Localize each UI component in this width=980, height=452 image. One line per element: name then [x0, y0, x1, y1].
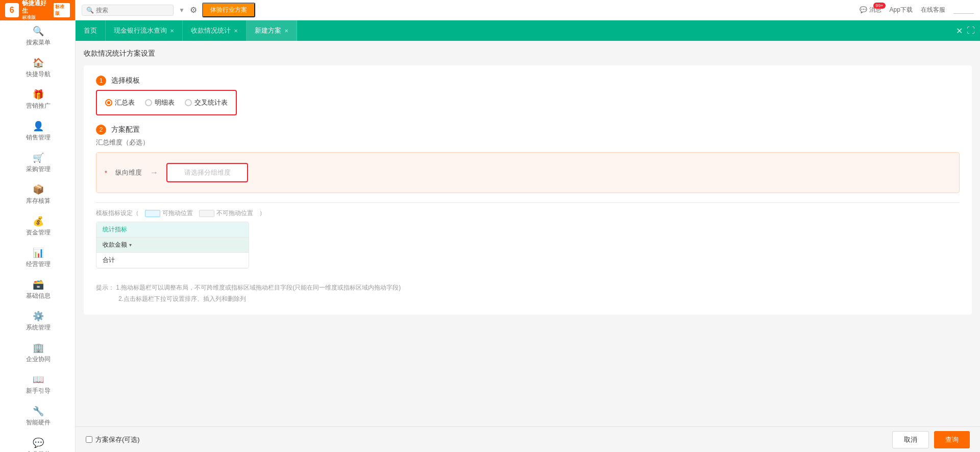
tab-expand-icon[interactable]: ⛶	[967, 26, 975, 35]
metrics-chevron-icon[interactable]: ▾	[129, 242, 132, 248]
cancel-button[interactable]: 取消	[892, 431, 929, 448]
dimension-area: * 纵向维度 → 请选择分组维度	[96, 152, 960, 193]
save-checkbox[interactable]	[86, 436, 92, 443]
page-title: 收款情况统计方案设置	[84, 49, 972, 58]
radio-summary-label: 汇总表	[115, 98, 135, 107]
footer-buttons: 取消 查询	[892, 431, 970, 448]
logo-sub: 标准版	[22, 14, 51, 21]
radio-summary[interactable]: 汇总表	[105, 98, 135, 107]
sidebar-item-label: 采购管理	[26, 165, 51, 174]
step2-num: 2	[96, 125, 106, 135]
tips-area: 提示： 1.拖动标题栏可以调整布局，不可跨维度或指标区域拖动栏目字段(只能在同一…	[96, 282, 960, 304]
sidebar-item-system[interactable]: ⚙️系统管理	[0, 305, 75, 337]
save-label: 方案保存(可选)	[95, 435, 140, 444]
radio-detail[interactable]: 明细表	[145, 98, 175, 107]
metrics-header: 统计指标	[96, 222, 249, 237]
sidebar-item-label: 快捷导航	[26, 70, 51, 79]
sidebar-item-label: 库存核算	[26, 197, 51, 205]
tabbar: 首页 现金银行流水查询 ✕ 收款情况统计 ✕ 新建方案 ✕ ✕ ⛶	[76, 20, 980, 41]
building-icon: 🏢	[33, 342, 44, 353]
sidebar-item-inventory[interactable]: 📦库存核算	[0, 179, 75, 210]
sidebar-item-finance[interactable]: 💰资金管理	[0, 210, 75, 242]
radio-cross[interactable]: 交叉统计表	[185, 98, 228, 107]
sidebar-item-wechat[interactable]: 💬企业微信	[0, 432, 75, 452]
step2-label: 方案配置	[111, 125, 140, 134]
tip-line-1: 提示： 1.拖动标题栏可以调整布局，不可跨维度或指标区域拖动栏目字段(只能在同一…	[96, 282, 960, 294]
sidebar-item-label: 新手引导	[26, 387, 51, 395]
sidebar-item-label: 基础信息	[26, 292, 51, 300]
radio-detail-circle	[145, 99, 152, 106]
metrics-hint: 模板指标设定（ 可拖动位置 不可拖动位置 ）	[96, 209, 960, 218]
topbar-dropdown-icon[interactable]: ▼	[179, 7, 185, 14]
sidebar-item-purchase[interactable]: 🛒采购管理	[0, 147, 75, 179]
tab-cash-label: 现金银行流水查询	[114, 26, 167, 35]
trial-button[interactable]: 体验行业方案	[202, 3, 255, 17]
metrics-title-label: 模板指标设定（	[96, 209, 139, 218]
sidebar-item-home[interactable]: 🏠快捷导航	[0, 52, 75, 84]
sidebar-item-label: 智能硬件	[26, 418, 51, 427]
tab-home-label: 首页	[84, 26, 97, 35]
sidebar: 6 畅捷通好生 标准版 标准版 🔍搜索菜单 🏠快捷导航 🎁营销推广 👤销售管理 …	[0, 0, 76, 452]
notification-icon[interactable]: 💬 消息 99+	[860, 6, 881, 14]
tab-new-plan[interactable]: 新建方案 ✕	[247, 20, 297, 41]
box-icon: 📦	[33, 184, 44, 195]
sidebar-item-guide[interactable]: 📖新手引导	[0, 369, 75, 400]
metrics-col-header[interactable]: 收款金额 ▾	[96, 237, 249, 253]
sidebar-item-sales[interactable]: 👤销售管理	[0, 115, 75, 147]
content-area: 收款情况统计方案设置 1 选择模板 汇总表 明细表	[76, 41, 980, 426]
sidebar-item-basic[interactable]: 🗃️基础信息	[0, 274, 75, 305]
tab-new-plan-label: 新建方案	[255, 26, 281, 35]
tab-new-plan-close[interactable]: ✕	[284, 28, 288, 34]
sidebar-item-label: 搜索菜单	[26, 38, 51, 47]
section-divider	[96, 202, 960, 203]
sidebar-item-label: 系统管理	[26, 323, 51, 332]
logo-text: 畅捷通好生	[22, 0, 51, 14]
sidebar-item-label: 企业微信	[26, 450, 51, 452]
main-area: 🔍 ▼ ⚙ 体验行业方案 💬 消息 99+ App下载 在线客服 ______ …	[76, 0, 980, 452]
notification-badge: 99+	[873, 3, 885, 9]
step1-num: 1	[96, 76, 106, 86]
metrics-table: 统计指标 收款金额 ▾ 合计	[96, 222, 249, 269]
tab-collection-close[interactable]: ✕	[234, 28, 238, 34]
user-name: ______	[953, 7, 974, 14]
search-icon: 🔍	[33, 26, 44, 37]
sidebar-badge: 标准版	[54, 3, 70, 17]
tip-text-2: 2.点击标题栏下拉可设置排序、插入列和删除列	[96, 294, 246, 305]
sidebar-logo: 6 畅捷通好生 标准版 标准版	[0, 0, 75, 20]
sidebar-item-label: 企业协同	[26, 355, 51, 364]
database-icon: 🗃️	[33, 279, 44, 290]
hint-drag-box	[145, 210, 160, 217]
query-button[interactable]: 查询	[934, 431, 970, 448]
tab-cash[interactable]: 现金银行流水查询 ✕	[106, 20, 183, 41]
sidebar-item-label: 经营管理	[26, 260, 51, 269]
topbar: 🔍 ▼ ⚙ 体验行业方案 💬 消息 99+ App下载 在线客服 ______	[76, 0, 980, 20]
metrics-close-paren: ）	[259, 209, 265, 218]
radio-cross-label: 交叉统计表	[194, 98, 228, 107]
app-download-link[interactable]: App下载	[890, 6, 913, 14]
tab-close-all-icon[interactable]: ✕	[956, 26, 963, 36]
sidebar-item-marketing[interactable]: 🎁营销推广	[0, 84, 75, 115]
gear-settings-icon[interactable]: ⚙	[190, 5, 197, 15]
step1-label: 选择模板	[111, 76, 140, 85]
footer-bar: 方案保存(可选) 取消 查询	[76, 426, 980, 452]
dimension-select-box[interactable]: 请选择分组维度	[166, 163, 248, 182]
tab-collection-label: 收款情况统计	[191, 26, 231, 35]
tab-home[interactable]: 首页	[76, 20, 106, 41]
dimension-row-label: 纵向维度	[115, 168, 142, 177]
sidebar-nav: 🔍搜索菜单 🏠快捷导航 🎁营销推广 👤销售管理 🛒采购管理 📦库存核算 💰资金管…	[0, 20, 75, 452]
sidebar-item-management[interactable]: 📊经营管理	[0, 242, 75, 274]
hint-drag-label: 可拖动位置	[162, 209, 193, 218]
sidebar-item-hardware[interactable]: 🔧智能硬件	[0, 400, 75, 432]
search-icon: 🔍	[86, 7, 94, 14]
sidebar-item-search[interactable]: 🔍搜索菜单	[0, 20, 75, 52]
tab-cash-close[interactable]: ✕	[170, 28, 174, 34]
topbar-search-box[interactable]: 🔍	[82, 5, 174, 16]
hint-nodrag-item: 不可拖动位置	[199, 209, 253, 218]
template-radio-group: 汇总表 明细表 交叉统计表	[105, 98, 228, 107]
tab-actions: ✕ ⛶	[956, 20, 980, 41]
tab-collection[interactable]: 收款情况统计 ✕	[183, 20, 247, 41]
radio-summary-circle	[105, 99, 112, 106]
support-link[interactable]: 在线客服	[921, 6, 945, 14]
search-input[interactable]	[96, 7, 167, 14]
sidebar-item-enterprise[interactable]: 🏢企业协同	[0, 337, 75, 369]
